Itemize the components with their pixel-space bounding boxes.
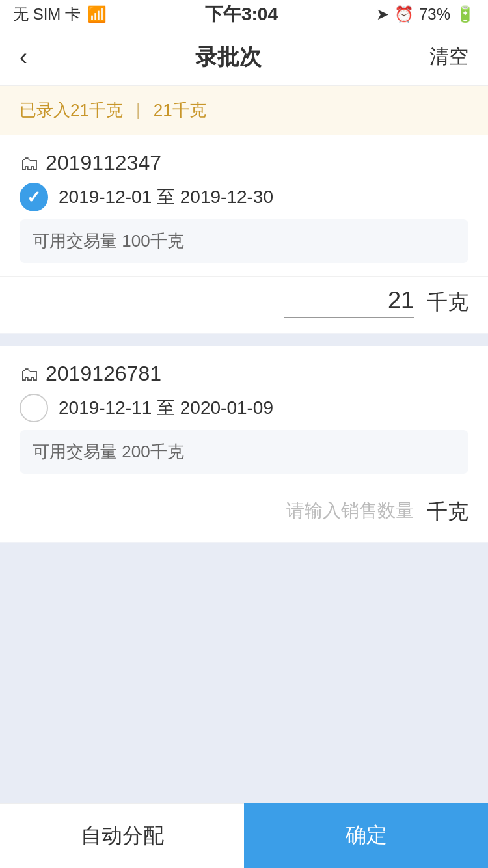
batch-date-row-2: 2019-12-11 至 2020-01-09 [0, 386, 488, 430]
batch-date-row-1: 2019-12-01 至 2019-12-30 [0, 175, 488, 219]
status-time: 下午3:04 [205, 2, 278, 27]
batch-item-1: 🗂 2019112347 2019-12-01 至 2019-12-30 可用交… [0, 135, 488, 333]
total-amount: 21千克 [154, 99, 206, 122]
quantity-row-2: 请输入销售数量 千克 [0, 487, 488, 542]
quantity-unit-2: 千克 [427, 498, 468, 526]
batch-header-2: 🗂 2019126781 [0, 346, 488, 386]
quantity-placeholder-2: 请输入销售数量 [286, 498, 414, 523]
batch-checkbox-1[interactable] [20, 183, 48, 211]
summary-bar: 已录入21千克 | 21千克 [0, 86, 488, 135]
alarm-icon: ⏰ [394, 5, 414, 23]
page-title: 录批次 [195, 42, 262, 72]
clear-button[interactable]: 清空 [429, 44, 468, 70]
batch-icon-2: 🗂 [20, 363, 39, 385]
status-bar: 无 SIM 卡 📶 下午3:04 ➤ ⏰ 73% 🔋 [0, 0, 488, 29]
confirm-button[interactable]: 确定 [244, 803, 488, 868]
batch-available-1: 可用交易量 100千克 [20, 219, 468, 263]
batch-checkbox-2[interactable] [20, 394, 48, 422]
status-right: ➤ ⏰ 73% 🔋 [376, 5, 475, 23]
wifi-icon: 📶 [87, 5, 107, 23]
batch-date-1: 2019-12-01 至 2019-12-30 [59, 185, 273, 210]
batch-number-2: 2019126781 [46, 362, 161, 386]
recorded-amount: 已录入21千克 [20, 99, 123, 122]
location-icon: ➤ [376, 5, 389, 23]
quantity-value-1: 21 [375, 287, 414, 314]
section-separator [0, 334, 488, 346]
quantity-underline-1: 21 [284, 287, 414, 318]
quantity-row-1: 21 千克 [0, 276, 488, 333]
no-sim-text: 无 SIM 卡 [13, 4, 81, 25]
summary-divider: | [136, 100, 141, 120]
back-button[interactable]: ‹ [20, 44, 27, 71]
nav-bar: ‹ 录批次 清空 [0, 29, 488, 86]
batch-number-1: 2019112347 [46, 151, 161, 175]
bottom-bar: 自动分配 确定 [0, 803, 488, 868]
batch-item-2: 🗂 2019126781 2019-12-11 至 2020-01-09 可用交… [0, 346, 488, 542]
batch-header-1: 🗂 2019112347 [0, 135, 488, 175]
batch-date-2: 2019-12-11 至 2020-01-09 [59, 396, 273, 420]
battery-text: 73% [419, 5, 450, 23]
quantity-unit-1: 千克 [427, 288, 468, 317]
battery-icon: 🔋 [455, 5, 475, 23]
quantity-underline-2[interactable]: 请输入销售数量 [284, 498, 414, 526]
status-left: 无 SIM 卡 📶 [13, 4, 107, 25]
auto-distribute-button[interactable]: 自动分配 [0, 803, 244, 868]
empty-area [0, 543, 488, 830]
batch-available-2: 可用交易量 200千克 [20, 430, 468, 474]
batch-icon-1: 🗂 [20, 152, 39, 174]
